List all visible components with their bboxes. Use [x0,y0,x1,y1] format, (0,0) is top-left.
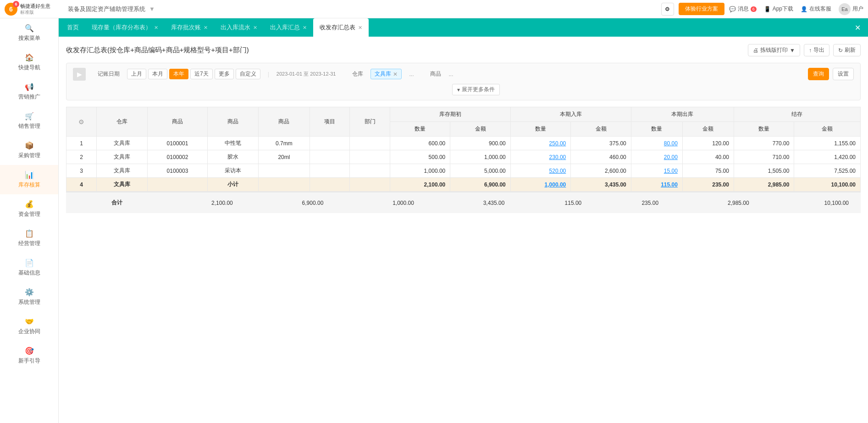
col-in-qty: 数量 [510,122,571,137]
table-footer: 合计 2,100.00 6,900.00 1,000.00 3,435.00 1… [66,192,861,213]
footer-table: 合计 2,100.00 6,900.00 1,000.00 3,435.00 1… [73,196,853,209]
row-project [310,178,349,192]
footer-total-label: 合计 [87,196,147,209]
sidebar-label-marketing: 营销推广 [18,93,40,101]
row-opening-amt: 900.00 [450,137,511,150]
row-no: 4 [66,178,97,192]
date-btn-this-month[interactable]: 本月 [148,69,167,79]
row-in-qty[interactable]: 230.00 [510,150,571,164]
row-opening-amt: 1,000.00 [450,150,511,164]
table-settings-icon[interactable]: ⚙ [78,118,84,126]
sidebar-item-operations[interactable]: 📋 经营管理 [0,224,58,253]
row-in-qty[interactable]: 1,000.00 [510,178,571,192]
col-code-header: 商品 [147,107,208,137]
row-warehouse: 文具库 [97,164,148,178]
sidebar-item-sales[interactable]: 🛒 销售管理 [0,106,58,136]
online-service-button[interactable]: 👤 在线客服 [801,5,831,13]
message-button[interactable]: 💬 消息 6 [729,5,757,13]
tab-close-inout-summary[interactable]: ✕ [303,25,307,31]
tab-batch[interactable]: 库存批次账 ✕ [165,18,214,37]
col-opening-amt: 金额 [450,122,511,137]
sidebar-item-guide[interactable]: 🎯 新手引导 [0,341,58,370]
date-btn-this-year[interactable]: 本年 [169,69,188,79]
row-project [310,137,349,150]
goods-more[interactable]: ... [448,71,453,77]
refresh-icon: ↻ [838,47,843,54]
tab-close-stock-dist[interactable]: ✕ [154,25,158,31]
row-spec: 0.7mm [258,137,310,150]
system-dropdown-icon[interactable]: ▼ [149,5,155,12]
expand-conditions-button[interactable]: ▾ 展开更多条件 [452,84,500,95]
row-in-qty[interactable]: 520.00 [510,164,571,178]
app-logo: 6 6 [5,3,17,16]
tab-inout-flow[interactable]: 出入库流水 ✕ [214,18,264,37]
settings-filter-button[interactable]: 设置 [833,68,854,80]
refresh-button[interactable]: ↻ 刷新 [833,44,861,56]
marketing-icon: 📢 [25,82,34,91]
expand-icon: ▾ [457,87,460,93]
data-table: ⚙ 仓库 商品 商品 商品 项目 部门 库存期初 本期入库 本期出库 结存 [66,107,861,192]
row-name: 中性笔 [208,137,259,150]
query-button[interactable]: 查询 [808,68,829,80]
export-button[interactable]: ↑ 导出 [804,44,829,56]
row-out-amt: 235.00 [682,178,734,192]
print-button[interactable]: 🖨 拣钱版打印 ▼ [748,44,800,56]
sidebar-item-basic[interactable]: 📄 基础信息 [0,253,58,282]
row-spec: 20ml [258,150,310,164]
tab-inout-summary[interactable]: 出入库汇总 ✕ [264,18,313,37]
col-out-qty: 数量 [631,122,682,137]
row-out-qty[interactable]: 20.00 [631,150,682,164]
row-out-qty[interactable]: 15.00 [631,164,682,178]
footer-in-amt: 3,435.00 [419,196,509,209]
row-out-qty[interactable]: 115.00 [631,178,682,192]
tab-stock-dist[interactable]: 现存量（库存分布表） ✕ [85,18,165,37]
row-opening-qty: 500.00 [390,150,450,164]
tab-close-recv-send[interactable]: ✕ [358,25,362,31]
tab-close-batch[interactable]: ✕ [204,25,208,31]
date-btn-last-month[interactable]: 上月 [127,69,146,79]
col-group-out: 本期出库 [631,107,734,122]
download-icon: 📱 [764,6,771,12]
sidebar-item-purchase[interactable]: 📦 采购管理 [0,136,58,165]
page-title-area: 收发存汇总表(按仓库+商品编码+商品+规格型号+项目+部门) 🖨 拣钱版打印 ▼… [66,44,861,56]
date-btn-custom[interactable]: 自定义 [236,69,260,79]
tab-recv-send[interactable]: 收发存汇总表 ✕ [313,18,369,37]
col-name-header: 商品 [208,107,259,137]
tab-close-inout-flow[interactable]: ✕ [253,25,257,31]
sidebar-item-search[interactable]: 🔍 搜索菜单 [0,18,58,48]
col-settings[interactable]: ⚙ [66,107,97,137]
row-code: 0100001 [147,137,208,150]
filter-collapse-button[interactable]: ▶ [73,68,86,81]
date-btn-more[interactable]: 更多 [215,69,234,79]
sidebar-label-quick-nav: 快捷导航 [18,64,40,71]
footer-out-qty: 115.00 [509,196,586,209]
guide-icon: 🎯 [25,346,34,355]
date-btn-7days[interactable]: 近7天 [190,69,213,79]
settings-button[interactable]: ⚙ [661,3,674,16]
logo-text-line2: 标准版 [20,9,50,15]
row-in-amt: 2,600.00 [571,164,631,178]
sidebar-item-enterprise[interactable]: 🤝 企业协同 [0,312,58,341]
sidebar-item-finance[interactable]: 💰 资金管理 [0,194,58,224]
sidebar-item-inventory[interactable]: 📊 库存核算 [0,165,58,194]
sidebar-item-system[interactable]: ⚙️ 系统管理 [0,282,58,312]
sidebar-label-purchase: 采购管理 [18,152,40,159]
row-opening-qty: 1,000.00 [390,164,450,178]
col-spec-header: 商品 [258,107,310,137]
tab-home[interactable]: 首页 [61,18,85,37]
warehouse-more[interactable]: ... [409,71,414,77]
message-badge: 6 [751,6,757,12]
sidebar-item-quick-nav[interactable]: 🏠 快捷导航 [0,48,58,77]
row-out-qty[interactable]: 80.00 [631,137,682,150]
row-bal-qty: 2,985.00 [734,178,794,192]
trial-button[interactable]: 体验行业方案 [679,3,724,15]
tabs-close-all-button[interactable]: ✕ [849,23,866,32]
col-group-opening: 库存期初 [390,107,510,122]
warehouse-tag-close[interactable]: ✕ [393,71,398,77]
user-area[interactable]: Ea 用户 [839,3,863,15]
footer-bal-amt: 10,100.00 [754,196,853,209]
sidebar-item-marketing[interactable]: 📢 营销推广 [0,77,58,106]
enterprise-icon: 🤝 [25,317,34,326]
app-download-button[interactable]: 📱 App下载 [764,5,793,13]
row-in-qty[interactable]: 250.00 [510,137,571,150]
